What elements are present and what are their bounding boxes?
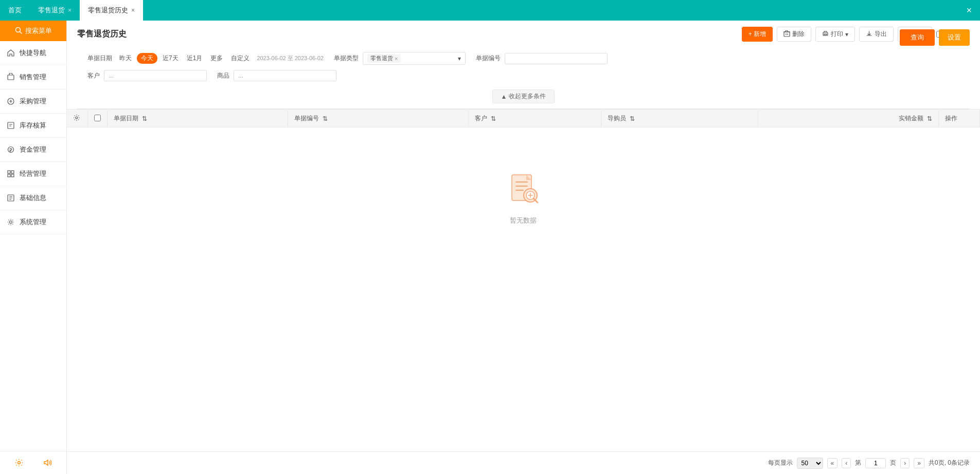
last-page-button[interactable]: » [914, 458, 924, 468]
date-sort-icon[interactable]: ⇅ [142, 115, 147, 122]
th-customer[interactable]: 客户 ⇅ [469, 110, 601, 127]
sidebar-item-quick-nav-label: 快捷导航 [20, 48, 46, 58]
tab-return-history-close[interactable]: × [131, 7, 135, 14]
type-filter-label: 单据类型 [334, 54, 359, 63]
svg-rect-4 [8, 122, 14, 129]
sidebar-item-basic-info-label: 基础信息 [20, 193, 46, 203]
th-actions: 操作 [939, 110, 980, 127]
tab-return-label: 零售退货 [38, 6, 65, 15]
amount-sort-icon[interactable]: ⇅ [927, 115, 932, 122]
th-settings[interactable] [67, 110, 87, 127]
svg-point-11 [10, 221, 12, 224]
sidebar-item-system-mgmt-label: 系统管理 [20, 217, 46, 227]
sidebar-search-label: 搜索菜单 [25, 26, 52, 35]
svg-rect-6 [8, 171, 10, 173]
filter-number: 单据编号 [476, 53, 608, 64]
goods-placeholder: ... [238, 72, 243, 79]
search-icon [15, 27, 22, 35]
next-page-button[interactable]: › [900, 458, 910, 468]
customer-filter-label: 客户 [87, 71, 100, 80]
sidebar-item-purchase-mgmt[interactable]: 采购管理 [0, 89, 66, 114]
sidebar-item-finance-mgmt-label: 资金管理 [20, 145, 46, 154]
settings-bottom-icon[interactable] [13, 457, 25, 469]
settings-button[interactable]: 设置 [939, 29, 970, 46]
customer-sort-icon[interactable]: ⇅ [491, 115, 496, 122]
page-prefix: 第 [855, 459, 861, 467]
main-layout: 搜索菜单 快捷导航 销售管理 [0, 21, 980, 474]
number-sort-icon[interactable]: ⇅ [323, 115, 328, 122]
query-buttons: 查询 设置 [900, 29, 970, 46]
current-page-input[interactable] [865, 458, 886, 468]
th-customer-label: 客户 [475, 115, 487, 122]
date-btn-7days[interactable]: 近7天 [159, 53, 182, 64]
query-button[interactable]: 查询 [900, 29, 935, 46]
th-actions-label: 操作 [945, 115, 957, 122]
svg-rect-7 [11, 171, 14, 173]
page-size-select[interactable]: 10 20 50 100 [797, 458, 823, 469]
prev-page-button[interactable]: ‹ [842, 458, 851, 468]
filter-date: 单据日期 昨天 今天 近7天 近1月 更多 自定义 2023-06-02 至 2… [87, 53, 324, 64]
window-close-button[interactable]: × [958, 5, 980, 16]
th-date[interactable]: 单据日期 ⇅ [107, 110, 288, 127]
date-btn-today[interactable]: 今天 [137, 53, 157, 64]
first-page-button[interactable]: « [827, 458, 838, 468]
delete-button[interactable]: 删除 [777, 27, 811, 42]
goods-filter-input[interactable]: ... [234, 70, 336, 81]
filter-row-2: 客户 ... 商品 ... [87, 70, 959, 81]
sidebar-item-operations-mgmt-label: 经营管理 [20, 169, 46, 178]
sidebar-item-sales-mgmt[interactable]: 销售管理 [0, 65, 66, 89]
page-suffix: 页 [890, 459, 896, 467]
sidebar-item-purchase-mgmt-label: 采购管理 [20, 97, 46, 106]
sidebar-item-finance-mgmt[interactable]: 资金管理 [0, 138, 66, 162]
goods-filter-label: 商品 [217, 71, 229, 80]
sidebar-item-operations-mgmt[interactable]: 经营管理 [0, 162, 66, 186]
date-filter-label: 单据日期 [87, 54, 112, 63]
date-btn-more[interactable]: 更多 [207, 53, 226, 64]
th-checkbox[interactable] [87, 110, 107, 127]
sidebar-search[interactable]: 搜索菜单 [0, 21, 66, 41]
print-button[interactable]: 打印 ▾ [815, 27, 855, 42]
collapse-row: ▲ 收起更多条件 [87, 86, 959, 103]
table-settings-icon[interactable] [73, 116, 80, 123]
content: 零售退货历史 + 新增 删除 [67, 21, 980, 474]
select-all-checkbox[interactable] [94, 115, 101, 121]
sidebar-item-system-mgmt[interactable]: 系统管理 [0, 210, 66, 234]
filter-customer: 客户 ... [87, 70, 207, 81]
volume-bottom-icon[interactable] [41, 457, 54, 469]
purchase-icon [6, 97, 15, 106]
sidebar-item-inventory[interactable]: 库存核算 [0, 114, 66, 138]
customer-placeholder: ... [109, 72, 114, 79]
th-amount-label: 实销金额 [899, 115, 923, 122]
th-guide[interactable]: 导购员 ⇅ [601, 110, 758, 127]
filter-date-group: 昨天 今天 近7天 近1月 更多 自定义 2023-06-02 至 2023-0… [116, 53, 324, 64]
date-btn-yesterday[interactable]: 昨天 [116, 53, 135, 64]
type-select-chevron-icon: ▾ [458, 55, 461, 62]
export-icon [866, 30, 872, 39]
delete-label: 删除 [792, 30, 805, 39]
tab-home-label: 首页 [8, 6, 22, 15]
add-button[interactable]: + 新增 [742, 27, 773, 42]
export-button[interactable]: 导出 [859, 27, 894, 42]
date-btn-1month[interactable]: 近1月 [184, 53, 206, 64]
number-filter-input[interactable] [505, 53, 608, 64]
inventory-icon [6, 121, 15, 130]
type-filter-select[interactable]: 零售退货 × ▾ [363, 52, 466, 65]
th-date-label: 单据日期 [114, 115, 138, 122]
tab-return-history[interactable]: 零售退货历史 × [80, 0, 143, 21]
sidebar-item-basic-info[interactable]: 基础信息 [0, 186, 66, 210]
date-btn-custom[interactable]: 自定义 [228, 53, 253, 64]
collapse-button[interactable]: ▲ 收起更多条件 [492, 89, 555, 103]
tab-return-close[interactable]: × [68, 7, 72, 14]
sidebar-item-quick-nav[interactable]: 快捷导航 [0, 41, 66, 65]
tab-return[interactable]: 零售退货 × [30, 0, 80, 21]
th-number[interactable]: 单据编号 ⇅ [288, 110, 468, 127]
svg-rect-8 [8, 174, 10, 177]
home-icon [6, 48, 15, 58]
tab-home[interactable]: 首页 [0, 0, 30, 21]
type-tag-close[interactable]: × [395, 56, 398, 62]
guide-sort-icon[interactable]: ⇅ [630, 115, 635, 122]
customer-filter-input[interactable]: ... [104, 70, 207, 81]
th-amount[interactable]: 实销金额 ⇅ [758, 110, 938, 127]
collapse-label: 收起更多条件 [509, 92, 546, 101]
print-icon [822, 30, 829, 39]
